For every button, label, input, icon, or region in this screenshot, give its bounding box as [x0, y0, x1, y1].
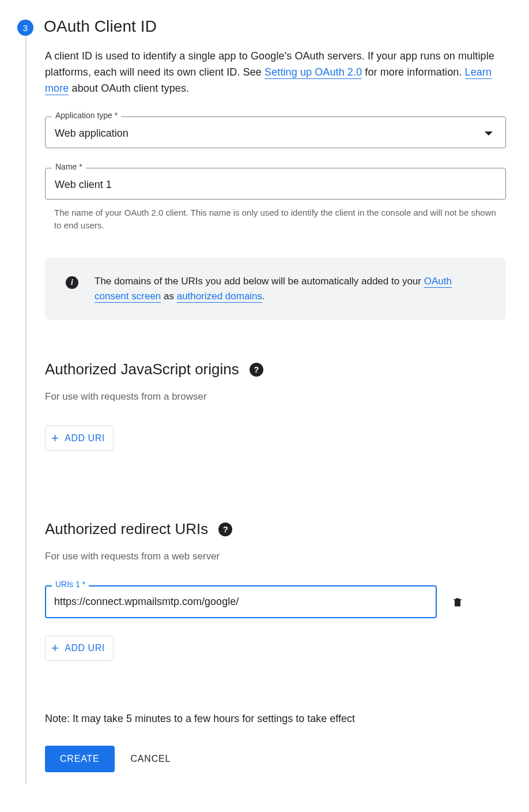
plus-icon: + — [51, 642, 59, 655]
intro-text-3: about OAuth client types. — [69, 82, 189, 94]
intro-text: A client ID is used to identify a single… — [45, 48, 506, 97]
js-origins-sub: For use with requests from a browser — [45, 391, 506, 403]
redirect-uris-title: Authorized redirect URIs — [45, 520, 208, 538]
intro-text-2: for more information. — [362, 66, 464, 78]
cancel-button[interactable]: CANCEL — [131, 754, 171, 764]
name-input[interactable] — [45, 168, 506, 200]
chevron-down-icon — [485, 131, 493, 136]
name-field-wrap: Name * — [45, 168, 506, 200]
info-text-3: . — [262, 291, 265, 302]
info-text-2: as — [161, 291, 176, 302]
page-title: OAuth Client ID — [44, 17, 157, 36]
note-text: Note: It may take 5 minutes to a few hou… — [45, 713, 506, 725]
step-number-badge: 3 — [17, 20, 33, 36]
redirect-uri-input[interactable] — [45, 585, 437, 618]
trash-icon[interactable] — [452, 596, 463, 608]
authorized-domains-link[interactable]: authorized domains — [177, 291, 262, 303]
info-banner: i The domains of the URIs you add below … — [45, 258, 506, 321]
redirect-uri-label: URIs 1 * — [52, 580, 89, 589]
redirect-uris-sub: For use with requests from a web server — [45, 551, 506, 562]
create-button[interactable]: CREATE — [45, 746, 115, 772]
add-js-origin-label: ADD URI — [65, 433, 104, 443]
application-type-field[interactable]: Application type * Web application — [45, 116, 506, 148]
info-icon: i — [66, 276, 78, 289]
add-redirect-uri-label: ADD URI — [65, 643, 104, 653]
help-icon[interactable]: ? — [250, 363, 263, 377]
info-text-1: The domains of the URIs you add below wi… — [95, 276, 424, 287]
setup-oauth-link[interactable]: Setting up OAuth 2.0 — [264, 66, 362, 79]
application-type-value: Web application — [55, 127, 129, 140]
name-label: Name * — [52, 162, 86, 171]
help-icon[interactable]: ? — [218, 522, 232, 536]
add-js-origin-button[interactable]: + ADD URI — [45, 426, 114, 451]
add-redirect-uri-button[interactable]: + ADD URI — [45, 636, 114, 661]
js-origins-title: Authorized JavaScript origins — [45, 360, 239, 378]
name-helper-text: The name of your OAuth 2.0 client. This … — [45, 206, 506, 232]
plus-icon: + — [51, 432, 59, 445]
application-type-label: Application type * — [52, 111, 121, 120]
